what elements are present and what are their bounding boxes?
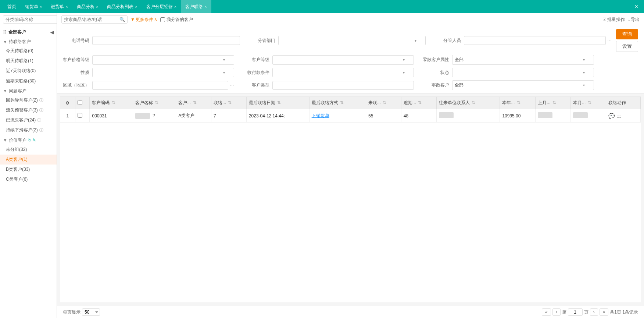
close-purchase-order[interactable]: × xyxy=(65,4,68,9)
sort-icon[interactable]: ⇅ xyxy=(155,100,158,105)
filter-price-select[interactable]: ▾ xyxy=(92,55,234,65)
sort-icon[interactable]: ⇅ xyxy=(340,100,344,105)
my-customer-filter[interactable]: 我分管的客户 xyxy=(160,17,193,23)
sidebar-group-problem[interactable]: ▼ 问题客户 xyxy=(0,86,57,95)
td-index: 1 xyxy=(60,109,75,123)
filter-nature-select[interactable]: ▾ xyxy=(92,68,234,77)
filter-status-select[interactable]: ▾ xyxy=(452,68,594,77)
page-number-input[interactable] xyxy=(568,308,583,316)
page-size-select[interactable]: 50 100 200 xyxy=(82,308,100,316)
sidebar-item-7days[interactable]: 近7天待联络(0) xyxy=(0,66,57,76)
filter-manager-dots[interactable]: ··· xyxy=(607,38,612,43)
close-customer-contact[interactable]: × xyxy=(204,4,207,9)
info-icon: ⓘ xyxy=(39,107,43,114)
sidebar-item-today[interactable]: 今天待联络(0) xyxy=(0,46,57,56)
grid-icon[interactable]: ⚏ xyxy=(617,113,622,119)
last-page-button[interactable]: » xyxy=(600,308,609,316)
nav-customer-segment[interactable]: 客户分层经营 × xyxy=(142,0,181,13)
nav-customer-contact[interactable]: 客户联络 × xyxy=(181,0,211,13)
filter-search-icon[interactable]: 🔍 xyxy=(119,17,125,22)
sort-icon[interactable]: ⇅ xyxy=(193,100,197,105)
edit-icon[interactable]: ✎ xyxy=(32,138,36,143)
chevron-down-icon: ∧ xyxy=(154,17,157,22)
query-button[interactable]: 查询 xyxy=(616,29,638,39)
first-page-button[interactable]: « xyxy=(542,308,551,316)
td-last-method[interactable]: 下销货单 xyxy=(309,109,366,123)
td-name: ? xyxy=(133,109,176,123)
sidebar-search-wrap: 🔍 xyxy=(0,13,57,26)
sidebar-item-repurchase[interactable]: 回购异常客户(2) ⓘ xyxy=(0,95,57,105)
sort-icon[interactable]: ⇅ xyxy=(517,100,520,105)
sidebar-item-declining[interactable]: 持续下滑客户(2) ⓘ xyxy=(0,125,57,135)
my-customer-checkbox[interactable] xyxy=(160,17,165,22)
sidebar-search-input[interactable] xyxy=(3,15,57,24)
th-this-year: 本年... ⇅ xyxy=(500,97,536,109)
filter-customer-level-select[interactable]: ▾ xyxy=(272,55,414,65)
filter-customer-level-label: 客户等级 xyxy=(243,57,272,63)
sidebar-item-churned[interactable]: 已流失客户(24) ⓘ xyxy=(0,115,57,125)
settings-button[interactable]: 设置 xyxy=(616,41,638,52)
close-customer-segment[interactable]: × xyxy=(174,4,176,9)
sort-icon[interactable]: ⇅ xyxy=(588,100,591,105)
nav-home[interactable]: 首页 xyxy=(3,0,21,13)
filter-retail-attr: 零散客户属性 全部 ▾ xyxy=(423,55,594,65)
filter-more-button[interactable]: ▼ 更多条件 ∧ xyxy=(130,17,157,23)
nav-purchase-order[interactable]: 进货单 × xyxy=(46,0,72,13)
th-settings[interactable]: ⚙ xyxy=(60,97,75,109)
content-area: 🔍 ▼ 更多条件 ∧ 我分管的客户 ☑ 批量操作 ↓ 导出 xyxy=(57,13,644,318)
sort-icon[interactable]: ⇅ xyxy=(383,100,386,105)
sort-icon[interactable]: ⇅ xyxy=(112,100,115,105)
row-checkbox[interactable] xyxy=(78,113,82,118)
filter-dept-select[interactable]: ▾ xyxy=(278,36,426,45)
prev-page-button[interactable]: ‹ xyxy=(552,308,561,316)
sidebar-item-class-a[interactable]: A类客户(1) xyxy=(0,155,57,165)
nav-product-analysis[interactable]: 商品分析 × xyxy=(72,0,103,13)
sort-icon[interactable]: ⇅ xyxy=(277,100,281,105)
td-this-year: 10995.00 xyxy=(500,109,536,123)
filter-region-input[interactable] xyxy=(92,81,228,90)
close-product-list[interactable]: × xyxy=(135,4,137,9)
filter-manager-input[interactable] xyxy=(464,36,606,45)
sidebar-group-pending[interactable]: ▼ 待联络客户 xyxy=(0,37,57,46)
sidebar-item-ungroup[interactable]: 未分组(32) xyxy=(0,145,57,155)
export-button[interactable]: ↓ 导出 xyxy=(628,17,640,23)
sidebar-item-overdue[interactable]: 逾期未联络(30) xyxy=(0,76,57,86)
chevron-down-icon: ▾ xyxy=(583,58,585,62)
td-level: A类客户 xyxy=(176,109,211,123)
window-close-button[interactable]: × xyxy=(632,3,641,10)
message-icon[interactable]: 💬 xyxy=(608,113,615,119)
pagination-bar: 每页显示 50 100 200 « ‹ 第 页 › » 共1页 1条记录 xyxy=(57,306,644,318)
sort-icon[interactable]: ⇅ xyxy=(418,100,422,105)
filter-phone-input[interactable] xyxy=(92,36,240,45)
nav-sales-order[interactable]: 销货单 × xyxy=(21,0,46,13)
sidebar-group-value[interactable]: ▼ 价值客户 ↻ ✎ xyxy=(0,135,57,145)
sidebar-item-class-b[interactable]: B类客户(33) xyxy=(0,165,57,174)
close-product-analysis[interactable]: × xyxy=(96,4,98,9)
sort-icon[interactable]: ⇅ xyxy=(228,100,232,105)
filter-region-dots[interactable]: ··· xyxy=(230,82,234,88)
collapse-icon[interactable]: ◀ xyxy=(50,30,54,35)
refresh-icon[interactable]: ↻ xyxy=(28,138,32,143)
data-table: ⚙ 客户编码 ⇅ 客户名称 ⇅ xyxy=(60,97,641,123)
info-icon: ⓘ xyxy=(37,117,41,124)
nav-product-list[interactable]: 商品分析列表 × xyxy=(103,0,142,13)
sidebar-item-class-c[interactable]: C类客户(6) xyxy=(0,174,57,184)
sidebar-item-churn-warning[interactable]: 流失预警客户(3) ⓘ xyxy=(0,105,57,115)
next-page-button[interactable]: › xyxy=(590,308,598,316)
select-all-checkbox[interactable] xyxy=(78,100,82,105)
filter-customer-type-input[interactable] xyxy=(272,81,414,90)
batch-op-button[interactable]: ☑ 批量操作 xyxy=(602,17,625,23)
filter-search-input[interactable] xyxy=(64,17,119,22)
th-level: 客户... ⇅ xyxy=(176,97,211,109)
sort-icon[interactable]: ⇅ xyxy=(552,100,556,105)
sidebar-item-tomorrow[interactable]: 明天待联络(1) xyxy=(0,56,57,66)
sort-icon[interactable]: ⇅ xyxy=(472,100,475,105)
filter-retail-attr-select[interactable]: 全部 ▾ xyxy=(452,55,594,65)
filter-retail-select[interactable]: 全部 ▾ xyxy=(452,80,594,90)
td-contact-count: 7 xyxy=(211,109,247,123)
last-method-link[interactable]: 下销货单 xyxy=(312,113,329,118)
close-sales-order[interactable]: × xyxy=(40,4,42,9)
filter-payment-select[interactable]: ▾ xyxy=(272,68,414,77)
th-contact-count: 联络... ⇅ xyxy=(211,97,247,109)
sidebar-all-customers[interactable]: ⠿ 全部客户 ◀ xyxy=(0,26,57,37)
